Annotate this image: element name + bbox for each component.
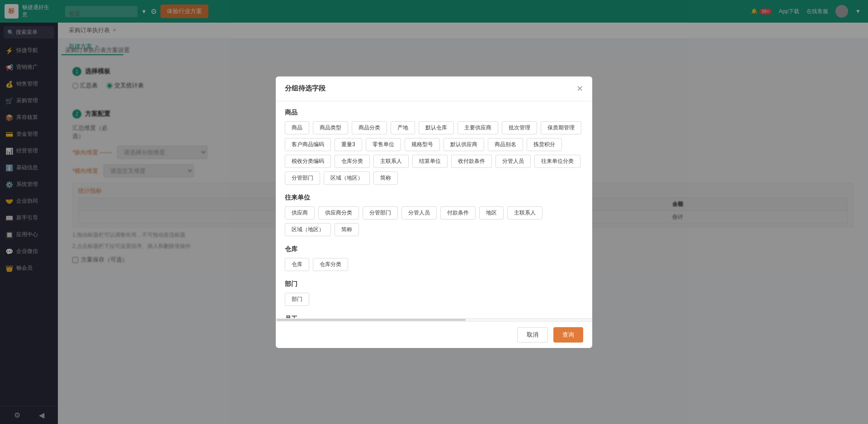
field-tag-批次管理[interactable]: 批次管理 — [502, 121, 537, 134]
cancel-button[interactable]: 取消 — [517, 327, 548, 343]
field-tag-拣货积分[interactable]: 拣货积分 — [527, 138, 562, 151]
field-tag-商品分类[interactable]: 商品分类 — [352, 121, 387, 134]
confirm-button[interactable]: 查询 — [553, 327, 583, 343]
field-group-title: 往来单位 — [285, 194, 583, 202]
field-group-部门: 部门部门 — [285, 280, 583, 306]
field-group-title: 部门 — [285, 280, 583, 288]
scrollbar-thumb — [277, 319, 466, 321]
field-tag-客户商品编码[interactable]: 客户商品编码 — [285, 138, 331, 151]
field-tag-付款条件[interactable]: 付款条件 — [440, 206, 476, 219]
field-tag-简称[interactable]: 简称 — [335, 223, 359, 236]
modal-header: 分组待选字段 ✕ — [276, 76, 592, 101]
field-tag-保质期管理[interactable]: 保质期管理 — [541, 121, 581, 134]
field-tag-主联系人[interactable]: 主联系人 — [507, 206, 542, 219]
modal-body: 商品商品商品类型商品分类产地默认仓库主要供应商批次管理保质期管理客户商品编码重量… — [276, 101, 592, 319]
field-tag-仓库分类[interactable]: 仓库分类 — [313, 258, 348, 271]
field-tag-主要供应商[interactable]: 主要供应商 — [458, 121, 498, 134]
field-tags: 部门 — [285, 293, 583, 306]
field-group-title: 商品 — [285, 109, 583, 117]
field-tag-区域（地区）[interactable]: 区域（地区） — [324, 172, 370, 185]
field-group-title: 员工 — [285, 315, 583, 319]
field-tag-零售单位[interactable]: 零售单位 — [366, 138, 401, 151]
field-tag-重量3[interactable]: 重量3 — [335, 138, 362, 151]
field-tag-产地[interactable]: 产地 — [391, 121, 415, 134]
field-group-员工: 员工业务员 — [285, 315, 583, 319]
field-tags: 商品商品类型商品分类产地默认仓库主要供应商批次管理保质期管理客户商品编码重量3零… — [285, 121, 583, 185]
modal-footer: 取消 查询 — [276, 321, 592, 348]
field-tag-地区[interactable]: 地区 — [479, 206, 504, 219]
field-groups: 商品商品商品类型商品分类产地默认仓库主要供应商批次管理保质期管理客户商品编码重量… — [285, 109, 583, 319]
field-tag-简称[interactable]: 简称 — [373, 172, 398, 185]
field-tag-供应商[interactable]: 供应商 — [285, 206, 315, 219]
field-tag-结算单位[interactable]: 结算单位 — [412, 155, 448, 168]
modal-overlay[interactable]: 分组待选字段 ✕ 商品商品商品类型商品分类产地默认仓库主要供应商批次管理保质期管… — [0, 0, 868, 424]
field-tag-商品类型[interactable]: 商品类型 — [313, 121, 348, 134]
field-tag-收付款条件[interactable]: 收付款条件 — [451, 155, 492, 168]
field-tag-区域（地区）[interactable]: 区域（地区） — [285, 223, 331, 236]
field-tag-默认仓库[interactable]: 默认仓库 — [419, 121, 454, 134]
field-tag-主联系人[interactable]: 主联系人 — [373, 155, 409, 168]
modal-title: 分组待选字段 — [285, 84, 326, 93]
field-tag-仓库[interactable]: 仓库 — [285, 258, 309, 271]
field-tag-默认供应商[interactable]: 默认供应商 — [443, 138, 484, 151]
field-tag-分管人员[interactable]: 分管人员 — [495, 155, 531, 168]
field-tags: 供应商供应商分类分管部门分管人员付款条件地区主联系人区域（地区）简称 — [285, 206, 583, 236]
field-group-title: 仓库 — [285, 245, 583, 253]
field-tag-分管人员[interactable]: 分管人员 — [401, 206, 437, 219]
field-tag-商品别名[interactable]: 商品别名 — [488, 138, 523, 151]
field-tag-部门[interactable]: 部门 — [285, 293, 309, 306]
field-tag-商品[interactable]: 商品 — [285, 121, 309, 134]
field-tag-仓库分类[interactable]: 仓库分类 — [335, 155, 370, 168]
field-tag-分管部门[interactable]: 分管部门 — [285, 172, 320, 185]
field-tags: 仓库仓库分类 — [285, 258, 583, 271]
field-tag-规格型号[interactable]: 规格型号 — [405, 138, 440, 151]
field-tag-税收分类编码[interactable]: 税收分类编码 — [285, 155, 331, 168]
modal-close-button[interactable]: ✕ — [576, 84, 583, 94]
field-tag-分管部门[interactable]: 分管部门 — [363, 206, 398, 219]
field-tag-往来单位分类[interactable]: 往来单位分类 — [534, 155, 580, 168]
modal-dialog: 分组待选字段 ✕ 商品商品商品类型商品分类产地默认仓库主要供应商批次管理保质期管… — [276, 76, 592, 348]
field-group-商品: 商品商品商品类型商品分类产地默认仓库主要供应商批次管理保质期管理客户商品编码重量… — [285, 109, 583, 185]
field-tag-供应商分类[interactable]: 供应商分类 — [318, 206, 359, 219]
field-group-往来单位: 往来单位供应商供应商分类分管部门分管人员付款条件地区主联系人区域（地区）简称 — [285, 194, 583, 236]
field-group-仓库: 仓库仓库仓库分类 — [285, 245, 583, 271]
